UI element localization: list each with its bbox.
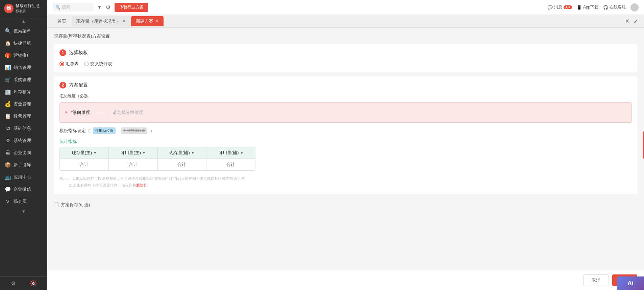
- topbar-dropdown-icon[interactable]: ▼: [97, 5, 102, 10]
- col-chevron-1: ▼: [142, 151, 146, 155]
- sidebar-item-basic[interactable]: 🗂 基础信息: [0, 122, 47, 135]
- stats-label: 统计指标: [59, 139, 632, 145]
- sidebar-item-vip[interactable]: V 畅会员: [0, 195, 47, 208]
- clipboard-icon: 📋: [5, 113, 11, 119]
- topbar: 🔍 搜索 ▼ ⚙ 体验行业方案 💬 消息 99+ 📱 App下载 🎧 在线客服: [47, 0, 644, 15]
- warehouse-icon: 🏢: [5, 89, 11, 95]
- col-chevron-0: ▼: [93, 151, 97, 155]
- stats-cell-0-0: 合计: [60, 159, 109, 170]
- sidebar-item-search[interactable]: 🔍 搜索菜单: [0, 25, 47, 37]
- industry-btn[interactable]: 体验行业方案: [115, 3, 148, 12]
- topbar-msg[interactable]: 💬 消息 99+: [548, 4, 572, 10]
- topbar-app[interactable]: 📱 App下载: [577, 4, 598, 10]
- box-icon: 📦: [5, 162, 11, 168]
- sidebar-item-sales[interactable]: 📊 销售管理: [0, 62, 47, 74]
- sidebar-item-finance[interactable]: 💰 资金管理: [0, 98, 47, 110]
- stats-cell-0-1: 合计: [109, 159, 158, 170]
- topbar-gear-icon[interactable]: ⚙: [106, 4, 110, 10]
- tab-expand-btn[interactable]: ⤢: [633, 17, 639, 25]
- tv-icon: 📺: [5, 174, 11, 180]
- search-placeholder: 搜索: [62, 4, 70, 10]
- aggregate-dim-label: 汇总维度（必选）: [59, 93, 632, 99]
- tab-inventory-status[interactable]: 现存量（库存状况表） ✕: [72, 16, 130, 26]
- template-radio-group: 汇总表 交叉统计表: [59, 61, 632, 67]
- stats-table: 现存量(主) ▼ 可用量(主) ▼ 现存量(辅) ▼ 可用量(辅): [59, 147, 255, 171]
- search-icon-topbar: 🔍: [55, 5, 60, 10]
- sidebar-item-apps[interactable]: 📺 应用中心: [0, 171, 47, 183]
- sidebar-bottom: ⚙ 🔇: [0, 276, 47, 290]
- sidebar-item-system[interactable]: ⚙ 系统管理: [0, 135, 47, 147]
- msg-icon: 💬: [548, 5, 553, 10]
- save-checkbox[interactable]: [54, 202, 59, 207]
- sidebar-item-inventory[interactable]: 🏢 库存核算: [0, 86, 47, 98]
- stats-table-header: 现存量(主) ▼ 可用量(主) ▼ 现存量(辅) ▼ 可用量(辅): [60, 147, 255, 159]
- section2-num: 2: [59, 82, 66, 89]
- stats-col-2[interactable]: 现存量(辅) ▼: [158, 147, 207, 159]
- search-box[interactable]: 🔍 搜索: [53, 3, 93, 11]
- section2-header: 2 方案配置: [59, 82, 632, 89]
- service-icon: 🎧: [603, 5, 608, 10]
- section-template: 1 选择模板 汇总表 交叉统计表: [54, 44, 637, 72]
- wechat-icon: 💬: [5, 186, 11, 192]
- tip-1: 提示： 1.拖动标题栏可以调整布局，不可跨维度或指标区域拖动栏目字段(只能在同一…: [59, 175, 632, 182]
- stats-col-3[interactable]: 可用量(辅) ▼: [206, 147, 255, 159]
- sidebar-item-operation[interactable]: 📋 经营管理: [0, 110, 47, 122]
- vertical-dim-label: *纵向维度: [71, 110, 90, 116]
- topbar-user[interactable]: [630, 3, 639, 11]
- sidebar-logo: 畅 畅康通好生意 标准版: [0, 0, 47, 17]
- tabbar: 首页 现存量（库存状况表） ✕ 新建方案 ✕ ✕ ⤢: [47, 15, 644, 28]
- stats-cell-0-3: 合计: [206, 159, 255, 170]
- required-star: *: [65, 110, 67, 115]
- radio-cross[interactable]: 交叉统计表: [84, 61, 112, 67]
- radio-dot-cross: [84, 62, 89, 66]
- save-checkbox-label: 方案保存(可选): [61, 202, 90, 208]
- section1-num: 1: [59, 49, 66, 56]
- app-logo-text: 畅康通好生意 标准版: [16, 3, 40, 14]
- sidebar-item-newbie[interactable]: 📦 新手引导: [0, 159, 47, 171]
- msg-badge: 99+: [564, 5, 572, 9]
- cancel-button[interactable]: 取消: [583, 274, 609, 286]
- section2-title: 方案配置: [69, 82, 88, 88]
- dim-select-placeholder[interactable]: 请选择分组维度: [113, 110, 143, 116]
- sidebar-scroll-up[interactable]: ▲: [0, 17, 47, 25]
- tabbar-actions: ✕ ⤢: [624, 17, 639, 25]
- search-icon: 🔍: [5, 28, 11, 34]
- stats-col-0[interactable]: 现存量(主) ▼: [60, 147, 109, 159]
- section1-header: 1 选择模板: [59, 49, 632, 56]
- tab-close-inventory[interactable]: ✕: [122, 19, 126, 24]
- col-chevron-3: ▼: [240, 151, 244, 155]
- tab-home[interactable]: 首页: [53, 16, 71, 26]
- sidebar-settings-btn[interactable]: ⚙: [11, 280, 16, 287]
- section-config: 2 方案配置 汇总维度（必选） * *纵向维度 —— 请选择分组维度 模板指标设…: [54, 76, 637, 194]
- stats-col-1[interactable]: 可用量(主) ▼: [109, 147, 158, 159]
- topbar-service[interactable]: 🎧 在线客服: [603, 4, 626, 10]
- section1-title: 选择模板: [69, 50, 88, 56]
- radio-dot-summary: [59, 62, 64, 66]
- tab-close-new-scheme[interactable]: ✕: [155, 19, 159, 24]
- tab-close-window-btn[interactable]: ✕: [624, 17, 630, 25]
- sidebar-item-shortcut[interactable]: 🏠 快捷导航: [0, 37, 47, 49]
- topbar-right: 💬 消息 99+ 📱 App下载 🎧 在线客服: [548, 3, 639, 11]
- sidebar-sound-btn[interactable]: 🔇: [30, 280, 37, 287]
- sidebar-item-marketing[interactable]: 🎁 营销推广: [0, 49, 47, 62]
- tips-area: 提示： 1.拖动标题栏可以调整布局，不可跨维度或指标区域拖动栏目字段(只能在同一…: [59, 175, 632, 189]
- sidebar-item-corp[interactable]: 🏛 企业协同: [0, 147, 47, 159]
- sidebar: 畅 畅康通好生意 标准版 ▲ 🔍 搜索菜单 🏠 快捷导航 🎁 营销推广 📊 销售…: [0, 0, 47, 290]
- vip-icon: V: [5, 198, 11, 204]
- radio-summary[interactable]: 汇总表: [59, 61, 79, 67]
- dimension-select-area[interactable]: * *纵向维度 —— 请选择分组维度: [59, 102, 632, 123]
- sidebar-item-wechat[interactable]: 💬 企业微信: [0, 183, 47, 195]
- app-logo-icon: 畅: [4, 4, 14, 13]
- page-title: 现存量(库存状况表)方案设置: [54, 33, 637, 39]
- gift-icon: 🎁: [5, 52, 11, 58]
- sidebar-item-purchase[interactable]: 🛒 采购管理: [0, 74, 47, 86]
- folder-icon: 🗂: [5, 125, 11, 131]
- ai-float-button[interactable]: Ai: [617, 276, 644, 290]
- chart-icon: 📊: [5, 65, 11, 71]
- tab-new-scheme[interactable]: 新建方案 ✕: [131, 16, 164, 26]
- sidebar-scroll-down[interactable]: ▼: [0, 208, 47, 215]
- indicator-setting-close: ）: [150, 128, 154, 134]
- save-row: 方案保存(可选): [54, 198, 637, 211]
- indicator-setting-row: 模板指标设定（ 可拖动位置 不可拖动位置 ）: [59, 127, 632, 134]
- stats-cell-0-2: 合计: [158, 159, 207, 170]
